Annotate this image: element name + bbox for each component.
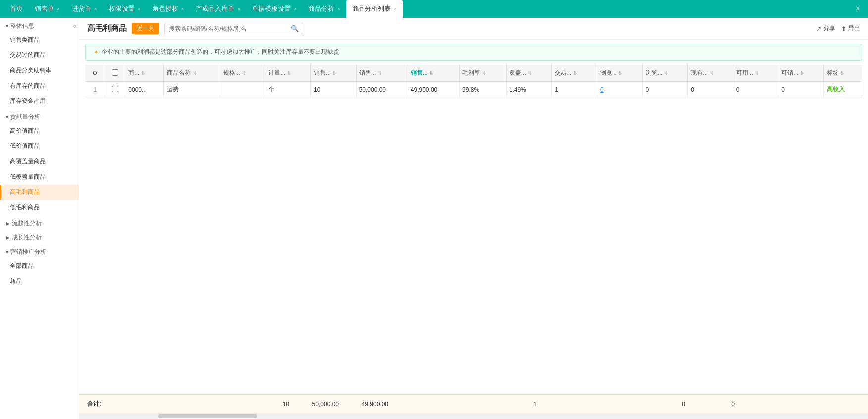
row-sales-profit: 49,900.00 [408, 82, 459, 97]
nav-home[interactable]: 首页 [4, 0, 29, 18]
nav-role-auth[interactable]: 角色授权 × [147, 0, 190, 18]
chevron-down-icon-3: ▾ [6, 249, 8, 255]
close-template-icon[interactable]: × [294, 6, 297, 12]
sidebar-group-growth[interactable]: ▶ 成长性分析 [0, 230, 79, 244]
sidebar-item-in-stock-goods[interactable]: 有库存的商品 [0, 78, 79, 93]
col-trade[interactable]: 交易... ⇅ [552, 65, 597, 82]
row-gross-margin: 99.8% [460, 82, 507, 97]
nav-product-analysis[interactable]: 商品分析 × [303, 0, 346, 18]
sort-icon-saleable-stock: ⇅ [800, 71, 804, 76]
select-all-checkbox[interactable] [112, 69, 118, 76]
filter-month-button[interactable]: 近一月 [132, 23, 159, 34]
sidebar-item-sales-goods[interactable]: 销售类商品 [0, 32, 79, 47]
col-gross-margin[interactable]: 毛利率 ⇅ [460, 65, 507, 82]
col-checkbox[interactable] [105, 65, 125, 82]
sidebar-item-low-coverage[interactable]: 低覆盖量商品 [0, 169, 79, 185]
close-sales-order-icon[interactable]: × [57, 6, 60, 12]
row-view2: 0 [642, 82, 688, 97]
sidebar-item-traded-goods[interactable]: 交易过的商品 [0, 47, 79, 63]
close-role-auth-icon[interactable]: × [181, 6, 184, 12]
chevron-down-icon-2: ▾ [6, 114, 8, 120]
chevron-down-icon: ▾ [6, 23, 8, 29]
col-unit[interactable]: 计量... ⇅ [265, 65, 311, 82]
row-checkbox-cell[interactable] [105, 82, 125, 97]
export-button[interactable]: ⬆ 导出 [841, 24, 860, 33]
col-settings[interactable]: ⚙ [85, 65, 105, 82]
row-sales-amount: 50,000.00 [356, 82, 408, 97]
close-product-analysis-icon[interactable]: × [337, 6, 340, 12]
sidebar-item-stock-capital[interactable]: 库存资金占用 [0, 93, 79, 109]
horizontal-scrollbar[interactable] [79, 413, 868, 419]
close-purchase-order-icon[interactable]: × [94, 6, 97, 12]
sidebar-group-trend[interactable]: ▶ 流趋性分析 [0, 215, 79, 230]
sidebar-item-all-goods[interactable]: 全部商品 [0, 258, 79, 274]
share-button[interactable]: ↗ 分享 [817, 24, 835, 33]
col-saleable-stock[interactable]: 可销... ⇅ [778, 65, 824, 82]
table-wrapper[interactable]: ⚙ 商... ⇅ 商品名称 ⇅ 规格... ⇅ [79, 65, 868, 394]
nav-purchase-order[interactable]: 进货单 × [66, 0, 103, 18]
row-sales-qty: 10 [311, 82, 357, 97]
col-sales-profit[interactable]: 销售... ⇅ [408, 65, 459, 82]
sidebar-group-marketing[interactable]: ▾ 营销推广分析 [0, 244, 79, 258]
footer-trade: 1 [497, 401, 537, 408]
search-icon[interactable]: 🔍 [291, 25, 299, 32]
content-header: 高毛利商品 近一月 🔍 ↗ 分享 ⬆ 导出 [79, 18, 868, 40]
search-input[interactable] [169, 25, 291, 32]
col-available-stock[interactable]: 可用... ⇅ [733, 65, 778, 82]
sidebar-group-overall[interactable]: ▾ 整体信息 [0, 18, 79, 32]
sidebar-item-low-value[interactable]: 低价值商品 [0, 139, 79, 154]
row-tag: 高收入 [823, 82, 862, 97]
nav-template-settings[interactable]: 单据模板设置 × [246, 0, 303, 18]
sidebar-item-low-margin[interactable]: 低毛利商品 [0, 200, 79, 215]
nav-permission-settings[interactable]: 权限设置 × [103, 0, 147, 18]
nav-product-storage[interactable]: 产成品入库单 × [190, 0, 246, 18]
sort-icon-sales-qty: ⇅ [332, 71, 336, 76]
row-code: 0000... [125, 82, 164, 97]
row-trade: 1 [552, 82, 597, 97]
nav-product-analysis-list[interactable]: 商品分析列表 × [346, 0, 403, 18]
header-actions: ↗ 分享 ⬆ 导出 [817, 24, 860, 33]
table-header-row: ⚙ 商... ⇅ 商品名称 ⇅ 规格... ⇅ [85, 65, 862, 82]
table-row: 1 0000... 运费 个 10 50,000.00 49,900.00 99… [85, 82, 862, 97]
close-product-analysis-list-icon[interactable]: × [394, 6, 397, 12]
sidebar-item-new-products[interactable]: 新品 [0, 274, 79, 289]
col-view1[interactable]: 浏览... ⇅ [597, 65, 642, 82]
col-code[interactable]: 商... ⇅ [125, 65, 164, 82]
col-name[interactable]: 商品名称 ⇅ [164, 65, 220, 82]
sidebar-item-high-value[interactable]: 高价值商品 [0, 123, 79, 139]
row-available-stock: 0 [733, 82, 778, 97]
row-view1[interactable]: 0 [597, 82, 642, 97]
sort-icon-sales-amount: ⇅ [378, 71, 382, 76]
sidebar-item-category-sales-rate[interactable]: 商品分类助销率 [0, 63, 79, 78]
close-permission-icon[interactable]: × [138, 6, 141, 12]
col-spec[interactable]: 规格... ⇅ [220, 65, 265, 82]
sidebar-group-contribution[interactable]: ▾ 贡献量分析 [0, 109, 79, 123]
nav-sales-order[interactable]: 销售单 × [29, 0, 66, 18]
sort-icon-trade: ⇅ [573, 71, 577, 76]
sort-icon-code: ⇅ [141, 71, 145, 76]
row-saleable-stock: 0 [778, 82, 824, 97]
close-product-storage-icon[interactable]: × [237, 6, 240, 12]
col-coverage[interactable]: 覆盖... ⇅ [506, 65, 552, 82]
sidebar-item-high-margin[interactable]: 高毛利商品 [0, 185, 79, 200]
row-checkbox[interactable] [112, 86, 118, 92]
sidebar-item-high-coverage[interactable]: 高覆盖量商品 [0, 154, 79, 169]
col-current-stock[interactable]: 现有... ⇅ [688, 65, 733, 82]
row-current-stock: 0 [688, 82, 733, 97]
footer-summary: 合计: 10 50,000.00 49,900.00 1 0 0 [79, 394, 868, 413]
col-view2[interactable]: 浏览... ⇅ [642, 65, 688, 82]
row-name: 运费 [164, 82, 220, 97]
export-icon: ⬆ [841, 25, 846, 32]
col-sales-qty[interactable]: 销售... ⇅ [311, 65, 357, 82]
row-index: 1 [85, 82, 105, 97]
row-unit: 个 [265, 82, 311, 97]
row-coverage: 1.49% [506, 82, 552, 97]
sidebar-collapse-button[interactable]: « [73, 22, 77, 30]
close-all-tabs-button[interactable]: × [852, 4, 864, 13]
footer-sales-amount: 50,000.00 [299, 401, 339, 408]
sort-icon-name: ⇅ [193, 71, 197, 76]
col-sales-amount[interactable]: 销售... ⇅ [356, 65, 408, 82]
footer-label: 合计: [87, 400, 101, 408]
col-tag[interactable]: 标签 ⇅ [823, 65, 862, 82]
scrollbar-thumb[interactable] [158, 414, 257, 418]
